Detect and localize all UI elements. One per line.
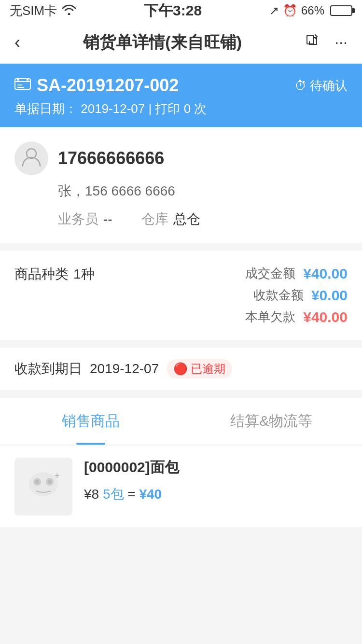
- svg-text:+: +: [55, 471, 60, 480]
- warehouse-value: 总仓: [173, 210, 200, 228]
- product-section: + [0000002]面包 ¥8 5包 = ¥40: [0, 446, 362, 527]
- svg-point-7: [35, 480, 39, 484]
- wifi-icon: [62, 3, 76, 18]
- tab-products[interactable]: 销售商品: [0, 398, 181, 445]
- customer-meta: 业务员 -- 仓库 总仓: [14, 210, 348, 228]
- customer-name: 张，156 6666 6666: [14, 182, 348, 200]
- status-left: 无SIM卡: [10, 2, 76, 19]
- tab-bar: 销售商品 结算&物流等: [0, 398, 362, 445]
- avatar-icon: [21, 146, 42, 171]
- battery-icon: [330, 5, 352, 16]
- customer-phone: 17666666666: [58, 148, 164, 168]
- warehouse-label: 仓库: [141, 210, 168, 228]
- location-icon: ↗: [269, 4, 279, 17]
- product-price: ¥8 5包 = ¥40: [84, 485, 348, 504]
- product-logo: +: [22, 465, 65, 509]
- balance-value: ¥40.00: [303, 309, 348, 325]
- product-image: +: [14, 458, 72, 516]
- product-type-label: 商品种类: [14, 265, 69, 283]
- summary-section: 商品种类 1种 成交金额 ¥40.00 收款金额 ¥0.00 本单欠款 ¥40.…: [0, 251, 362, 340]
- battery-percent: 66%: [301, 4, 324, 17]
- order-date: 单据日期： 2019-12-07 | 打印 0 次: [14, 100, 348, 117]
- deal-amount-label: 成交金额: [245, 265, 295, 282]
- status-text: 待确认: [310, 77, 348, 94]
- salesperson-value: --: [103, 211, 112, 227]
- total-value: ¥40: [139, 487, 162, 502]
- order-status: ⏱ 待确认: [294, 77, 348, 94]
- more-icon[interactable]: ···: [334, 33, 348, 51]
- product-type-item: 商品种类 1种: [14, 265, 95, 283]
- nav-actions: ···: [305, 33, 348, 52]
- avatar: [14, 141, 48, 175]
- order-icon: [14, 75, 31, 96]
- quantity-value: 5包: [103, 487, 124, 502]
- overdue-icon: 🔴: [173, 362, 188, 376]
- back-button[interactable]: ‹: [14, 32, 20, 53]
- svg-point-9: [48, 480, 52, 484]
- balance-label: 本单欠款: [245, 308, 295, 325]
- customer-section: 17666666666 张，156 6666 6666 业务员 -- 仓库 总仓: [0, 127, 362, 243]
- due-date-label: 收款到期日: [14, 360, 82, 378]
- due-date-section: 收款到期日 2019-12-07 🔴 已逾期: [0, 348, 362, 390]
- svg-rect-3: [27, 78, 28, 81]
- product-type-value: 1种: [73, 265, 95, 283]
- salesperson-label: 业务员: [58, 210, 98, 228]
- status-bar: 无SIM卡 下午3:28 ↗ ⏰ 66%: [0, 0, 362, 21]
- equals-sign: =: [127, 487, 139, 502]
- product-name: [0000002]面包: [84, 458, 348, 477]
- alarm-icon: ⏰: [283, 4, 297, 17]
- status-right: ↗ ⏰ 66%: [269, 4, 352, 17]
- page-title: 销货单详情(来自旺铺): [83, 31, 242, 54]
- content-area: [0, 527, 362, 644]
- deal-amount-value: ¥40.00: [303, 266, 348, 282]
- product-info: [0000002]面包 ¥8 5包 = ¥40: [84, 458, 348, 504]
- price-value: ¥8: [84, 487, 99, 502]
- overdue-label: 已逾期: [191, 361, 225, 377]
- amount-summary: 成交金额 ¥40.00 收款金额 ¥0.00 本单欠款 ¥40.00: [245, 265, 348, 325]
- nav-bar: ‹ 销货单详情(来自旺铺) ···: [0, 21, 362, 64]
- overdue-badge: 🔴 已逾期: [167, 359, 232, 378]
- time-display: 下午3:28: [144, 1, 202, 21]
- share-icon[interactable]: [305, 33, 320, 52]
- order-header: SA-20191207-002 ⏱ 待确认 单据日期： 2019-12-07 |…: [0, 64, 362, 127]
- order-id-row: SA-20191207-002: [14, 75, 179, 96]
- due-date-value: 2019-12-07: [90, 361, 159, 377]
- svg-rect-0: [307, 35, 314, 44]
- order-id-text: SA-20191207-002: [37, 75, 179, 96]
- svg-rect-2: [17, 78, 19, 81]
- received-label: 收款金额: [253, 287, 304, 304]
- tab-settlement[interactable]: 结算&物流等: [181, 398, 362, 445]
- carrier-label: 无SIM卡: [10, 2, 57, 19]
- status-clock-icon: ⏱: [294, 78, 307, 93]
- received-value: ¥0.00: [311, 287, 348, 304]
